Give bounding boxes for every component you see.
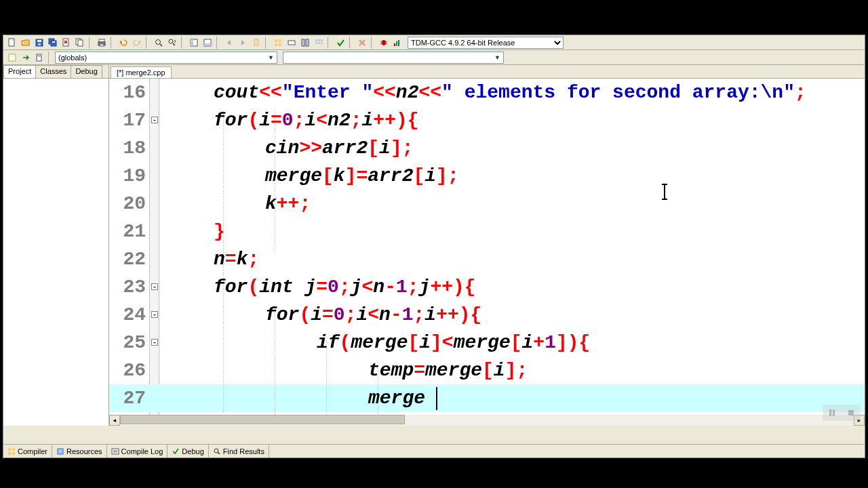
code-content: merge	[150, 388, 425, 409]
line-number: 20	[109, 193, 150, 214]
svg-rect-42	[9, 54, 16, 61]
code-line[interactable]: 19merge[k]=arr2[i];	[109, 162, 865, 190]
redo-button[interactable]	[131, 37, 143, 49]
close-button[interactable]	[60, 37, 73, 49]
save-all-button[interactable]	[47, 37, 59, 49]
svg-rect-32	[318, 42, 320, 44]
text-caret	[436, 387, 437, 410]
svg-rect-21	[275, 39, 277, 42]
status-resources[interactable]: Resources	[52, 445, 107, 458]
fold-toggle[interactable]: -	[151, 339, 158, 346]
code-line[interactable]: 24for(i=0;i<n-1;i++){	[109, 301, 865, 329]
new-file-button[interactable]	[6, 37, 18, 49]
code-line[interactable]: 20k++;	[109, 190, 865, 218]
function-selector[interactable]: ▼	[283, 52, 504, 64]
profile-button[interactable]	[391, 37, 403, 49]
replace-button[interactable]	[166, 37, 178, 49]
scope-toolbar: (globals)▼ ▼	[3, 50, 865, 65]
svg-rect-46	[12, 448, 15, 451]
code-content: merge[k]=arr2[i];	[150, 165, 459, 186]
code-line[interactable]: 23for(int j=0;j<n-1;j++){	[109, 273, 865, 301]
svg-rect-41	[398, 40, 399, 46]
nav-back-button[interactable]	[223, 37, 235, 49]
line-number: 25	[109, 332, 150, 353]
save-button[interactable]	[33, 37, 45, 49]
code-content: cin>>arr2[i];	[150, 138, 413, 159]
toggle-panel2-button[interactable]	[201, 37, 214, 49]
code-line[interactable]: 22n=k;	[109, 245, 865, 273]
scrollbar-thumb[interactable]	[120, 415, 405, 424]
find-button[interactable]	[153, 37, 165, 49]
svg-rect-26	[302, 39, 304, 46]
svg-rect-49	[58, 449, 63, 454]
tab-project[interactable]: Project	[3, 65, 36, 78]
fold-toggle[interactable]: -	[151, 311, 158, 318]
print-button[interactable]	[96, 37, 108, 49]
file-tab-merge2[interactable]: [*] merge2.cpp	[111, 66, 172, 78]
cancel-button[interactable]	[356, 37, 368, 49]
line-number: 16	[109, 82, 150, 103]
code-line[interactable]: 26temp=merge[i];	[109, 357, 865, 384]
svg-rect-19	[204, 43, 211, 46]
compile-button[interactable]	[334, 37, 347, 49]
svg-rect-47	[8, 452, 11, 455]
goto-impl-button[interactable]	[33, 52, 45, 64]
status-compile-log[interactable]: Compile Log	[107, 445, 168, 458]
code-content: for(i=0;i<n-1;i++){	[150, 304, 481, 325]
svg-rect-6	[52, 41, 55, 43]
new-class-button[interactable]	[6, 52, 18, 64]
tab-debug[interactable]: Debug	[71, 65, 102, 78]
bookmark-button[interactable]	[250, 37, 262, 49]
svg-rect-17	[191, 39, 193, 46]
svg-point-34	[382, 40, 386, 45]
ide-window: TDM-GCC 4.9.2 64-bit Release (globals)▼ …	[3, 35, 865, 458]
scope-selector[interactable]: (globals)▼	[55, 52, 277, 64]
code-line[interactable]: 16cout<<"Enter "<<n2<<" elements for sec…	[109, 79, 865, 106]
svg-rect-28	[315, 39, 317, 41]
code-line[interactable]: 25if(merge[i]<merge[i+1]){	[109, 329, 865, 357]
svg-rect-20	[254, 39, 258, 45]
line-number: 26	[109, 360, 150, 381]
fold-toggle[interactable]: -	[151, 117, 158, 123]
goto-button[interactable]	[272, 37, 284, 49]
code-content: }	[150, 221, 225, 242]
svg-point-13	[156, 39, 161, 44]
svg-rect-25	[288, 41, 295, 45]
fold-toggle[interactable]: -	[151, 283, 158, 290]
svg-rect-24	[279, 43, 281, 46]
status-find-results[interactable]: Find Results	[209, 445, 269, 458]
svg-rect-27	[306, 39, 309, 46]
code-line[interactable]: 18cin>>arr2[i];	[109, 134, 865, 162]
goto-decl-button[interactable]	[20, 52, 32, 64]
code-content: cout<<"Enter "<<n2<<" elements for secon…	[150, 82, 806, 103]
svg-rect-9	[78, 40, 83, 46]
open-file-button[interactable]	[20, 37, 32, 49]
status-compiler[interactable]: Compiler	[3, 445, 52, 458]
tab-classes[interactable]: Classes	[35, 65, 71, 78]
code-content: for(int j=0;j<n-1;j++){	[150, 277, 476, 298]
code-editor[interactable]: ◄ ► 16cout<<"Enter "<<n2<<" elements for…	[109, 79, 865, 426]
nav-forward-button[interactable]	[237, 37, 249, 49]
toggle-panel1-button[interactable]	[188, 37, 200, 49]
status-debug[interactable]: Debug	[167, 445, 208, 458]
svg-point-15	[169, 39, 173, 43]
line-number: 19	[109, 165, 150, 186]
code-content: temp=merge[i];	[150, 360, 528, 381]
debug-button[interactable]	[378, 37, 390, 49]
svg-rect-44	[37, 56, 41, 56]
code-line[interactable]: 27merge	[109, 384, 865, 412]
toggle-button[interactable]	[299, 37, 311, 49]
grid-button[interactable]	[313, 37, 325, 49]
svg-rect-57	[848, 410, 854, 415]
insert-button[interactable]	[285, 37, 298, 49]
code-line[interactable]: 17for(i=0;i<n2;i++){	[109, 106, 865, 134]
svg-rect-0	[9, 39, 14, 46]
svg-line-54	[218, 452, 220, 454]
close-all-button[interactable]	[74, 37, 86, 49]
undo-button[interactable]	[117, 37, 130, 49]
scroll-left-button[interactable]: ◄	[109, 415, 120, 426]
compiler-selector[interactable]: TDM-GCC 4.9.2 64-bit Release	[408, 37, 564, 49]
sidebar: Project Classes Debug	[3, 65, 109, 426]
code-line[interactable]: 21}	[109, 218, 865, 245]
svg-rect-40	[396, 41, 397, 46]
